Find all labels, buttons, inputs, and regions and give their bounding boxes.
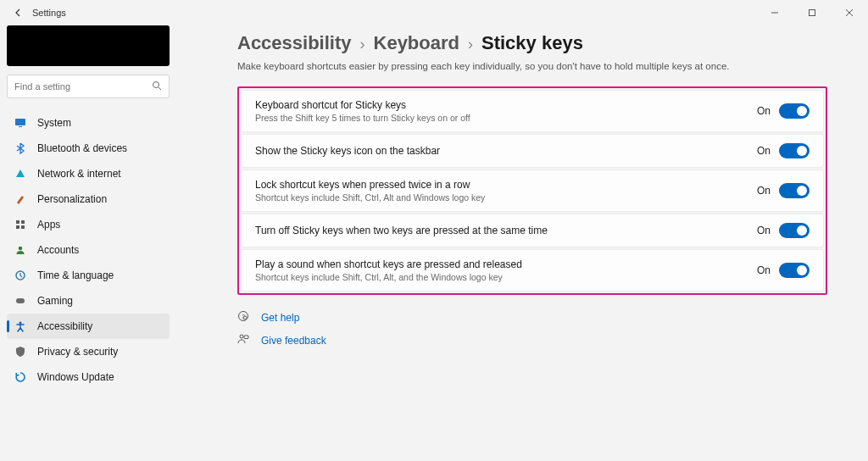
profile-block[interactable] [7, 25, 170, 66]
svg-point-10 [19, 247, 23, 251]
svg-rect-5 [19, 126, 22, 127]
setting-row: Keyboard shortcut for Sticky keysPress t… [241, 90, 824, 132]
toggle-switch[interactable] [779, 103, 810, 119]
setting-row: Turn off Sticky keys when two keys are p… [241, 214, 824, 247]
setting-title: Keyboard shortcut for Sticky keys [255, 99, 757, 111]
setting-title: Turn off Sticky keys when two keys are p… [255, 225, 757, 236]
toggle-state-label: On [757, 145, 771, 157]
give-feedback-label: Give feedback [261, 335, 326, 347]
toggle-switch[interactable] [779, 183, 810, 198]
nav-item-network-internet[interactable]: Network & internet [7, 161, 170, 186]
nav-item-label: Privacy & security [37, 346, 118, 358]
nav-item-accounts[interactable]: Accounts [7, 237, 170, 263]
footer-links: ? Get help Give feedback [237, 310, 827, 347]
toggle-state-label: On [757, 225, 771, 236]
breadcrumb-current: Sticky keys [481, 32, 583, 54]
nav-item-gaming[interactable]: Gaming [7, 288, 170, 314]
search-icon [152, 79, 162, 94]
update-icon [14, 370, 27, 384]
settings-group: Keyboard shortcut for Sticky keysPress t… [237, 86, 827, 295]
nav-item-label: Network & internet [37, 168, 121, 180]
give-feedback-link[interactable]: Give feedback [237, 333, 827, 347]
nav-item-label: System [37, 117, 71, 129]
toggle-switch[interactable] [779, 223, 810, 238]
nav-item-label: Bluetooth & devices [37, 142, 127, 154]
nav-item-accessibility[interactable]: Accessibility [7, 314, 170, 339]
nav-item-label: Accounts [37, 244, 79, 256]
search-box[interactable] [7, 75, 170, 98]
help-icon: ? [237, 310, 251, 325]
svg-rect-6 [16, 220, 19, 224]
chevron-right-icon: › [468, 36, 473, 53]
accessibility-icon [14, 319, 27, 333]
privacy-icon [14, 345, 27, 358]
svg-rect-7 [21, 220, 25, 224]
feedback-icon [237, 333, 251, 347]
setting-row: Show the Sticky keys icon on the taskbar… [241, 134, 824, 168]
nav-item-personalization[interactable]: Personalization [7, 186, 170, 212]
nav-item-bluetooth-devices[interactable]: Bluetooth & devices [7, 136, 170, 161]
nav-item-label: Accessibility [37, 320, 92, 332]
display-icon [14, 116, 27, 130]
svg-rect-18 [244, 336, 248, 339]
nav-list: SystemBluetooth & devicesNetwork & inter… [7, 110, 170, 390]
sidebar: SystemBluetooth & devicesNetwork & inter… [0, 25, 176, 461]
gaming-icon [14, 294, 27, 308]
back-button[interactable] [12, 6, 25, 19]
setting-sub: Shortcut keys include Shift, Ctrl, Alt a… [255, 192, 757, 203]
nav-item-time-language[interactable]: Time & language [7, 263, 170, 288]
setting-row: Lock shortcut keys when pressed twice in… [241, 169, 824, 212]
svg-point-13 [19, 322, 22, 325]
svg-text:?: ? [242, 314, 245, 319]
titlebar: Settings [0, 0, 868, 25]
breadcrumb-accessibility[interactable]: Accessibility [237, 32, 352, 54]
svg-line-3 [159, 87, 161, 90]
get-help-link[interactable]: ? Get help [237, 310, 827, 325]
nav-item-windows-update[interactable]: Windows Update [7, 364, 170, 390]
window-controls [756, 0, 868, 25]
maximize-button[interactable] [793, 0, 831, 25]
svg-rect-4 [15, 119, 25, 125]
wifi-icon [14, 167, 27, 181]
nav-item-label: Apps [37, 219, 60, 230]
window-title: Settings [32, 8, 66, 18]
nav-item-system[interactable]: System [7, 110, 170, 136]
toggle-switch[interactable] [779, 263, 810, 278]
setting-sub: Press the Shift key 5 times to turn Stic… [255, 113, 757, 123]
time-icon [14, 269, 27, 282]
close-button[interactable] [831, 0, 868, 25]
nav-item-label: Gaming [37, 295, 73, 307]
nav-item-label: Personalization [37, 193, 107, 205]
nav-item-privacy-security[interactable]: Privacy & security [7, 339, 170, 364]
svg-rect-1 [810, 10, 815, 16]
get-help-label: Get help [261, 312, 299, 324]
svg-rect-12 [16, 298, 25, 303]
breadcrumb: Accessibility › Keyboard › Sticky keys [237, 32, 827, 54]
setting-title: Lock shortcut keys when pressed twice in… [255, 179, 757, 191]
toggle-state-label: On [757, 105, 771, 117]
brush-icon [14, 192, 27, 206]
svg-rect-9 [21, 225, 25, 229]
page-subheading: Make keyboard shortcuts easier by pressi… [237, 61, 827, 71]
minimize-button[interactable] [756, 0, 793, 25]
svg-rect-8 [16, 225, 19, 229]
toggle-switch[interactable] [779, 143, 810, 158]
breadcrumb-keyboard[interactable]: Keyboard [374, 32, 459, 54]
toggle-state-label: On [757, 185, 771, 197]
toggle-state-label: On [757, 264, 771, 276]
svg-point-2 [153, 82, 159, 88]
nav-item-label: Time & language [37, 269, 114, 281]
svg-point-17 [240, 335, 243, 338]
setting-title: Show the Sticky keys icon on the taskbar [255, 145, 757, 157]
nav-item-apps[interactable]: Apps [7, 212, 170, 237]
apps-icon [14, 218, 27, 231]
main-content: Accessibility › Keyboard › Sticky keys M… [176, 25, 868, 461]
search-input[interactable] [14, 81, 152, 92]
chevron-right-icon: › [360, 36, 365, 53]
nav-item-label: Windows Update [37, 371, 114, 383]
account-icon [14, 243, 27, 257]
setting-title: Play a sound when shortcut keys are pres… [255, 258, 757, 270]
setting-sub: Shortcut keys include Shift, Ctrl, Alt, … [255, 272, 757, 282]
bluetooth-icon [14, 142, 27, 155]
setting-row: Play a sound when shortcut keys are pres… [241, 249, 824, 292]
